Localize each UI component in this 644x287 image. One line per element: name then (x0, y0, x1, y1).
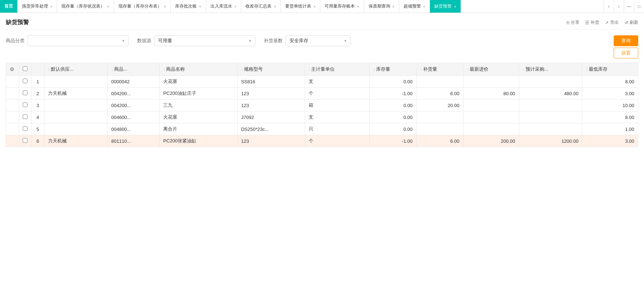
category-select[interactable]: ▾ (27, 35, 129, 46)
th-estimated-purchase[interactable]: 预计采购... (519, 63, 582, 76)
tab-recv-summary[interactable]: 收发存汇总表 × (241, 0, 280, 13)
replenish-base-select[interactable]: 安全库存 ▾ (286, 35, 351, 46)
tab-overstock[interactable]: 超储预警 × (399, 0, 430, 13)
tab-available-ledger-close[interactable]: × (357, 4, 359, 9)
tab-inventory-dist[interactable]: 现存量（库存分布表） × (114, 0, 171, 13)
share-button[interactable]: ⎘ 分享 (567, 19, 579, 26)
th-unit[interactable]: 主计量单位 (305, 63, 369, 76)
tab-recv-summary-close[interactable]: × (274, 4, 276, 9)
tab-expiry-query-close[interactable]: × (392, 4, 395, 9)
row-estimated-purchase (519, 111, 582, 123)
data-table: ⚙ 默认供应... 商品... 商品名称 规格型号 主计量单位 库存量 补货量 … (6, 63, 638, 147)
th-min-stock[interactable]: 最低库存 (582, 63, 638, 76)
replenish-base-value: 安全库存 (290, 37, 308, 44)
tab-expiry-query[interactable]: 保质期查询 × (364, 0, 399, 13)
tab-inout-flow-label: 出入库流水 (210, 3, 232, 9)
row-estimated-purchase (519, 100, 582, 111)
row-latest-price (463, 111, 519, 123)
tab-order-stats-close[interactable]: × (313, 4, 316, 9)
row-checkbox[interactable] (23, 126, 27, 131)
nav-next-button[interactable]: › (614, 0, 624, 13)
replenish-icon: ☰ (585, 20, 589, 25)
table-row: 1 0000042 火花塞 SS816 支 0.00 8.00 (6, 76, 638, 88)
page-title: 缺货预警 (6, 19, 567, 26)
replenish-label: 补货 (591, 19, 599, 26)
tab-batch-account-close[interactable]: × (199, 4, 201, 9)
th-product-name[interactable]: 商品名称 (160, 63, 238, 76)
settings-button[interactable]: 设置 (614, 48, 638, 58)
tab-inventory-status[interactable]: 现存量（库存状况表） × (57, 0, 114, 13)
tab-batch-account[interactable]: 库存批次账 × (171, 0, 206, 13)
main-content: 缺货预警 ⎘ 分享 ☰ 补货 ↗ 导出 ↺ 刷新 商品分类 (0, 13, 644, 287)
row-stock: 0.00 (370, 76, 417, 88)
export-button[interactable]: ↗ 导出 (605, 19, 619, 26)
share-label: 分享 (571, 19, 579, 26)
tab-available-ledger[interactable]: 可用量库存账本 × (320, 0, 364, 13)
tab-order-stats[interactable]: 要货单统计表 × (281, 0, 320, 13)
row-product-name: 火花塞 (160, 111, 238, 123)
tab-shortage[interactable]: 缺货预警 × (430, 0, 461, 13)
tab-inout-flow[interactable]: 出入库流水 × (206, 0, 241, 13)
replenish-button[interactable]: ☰ 补货 (585, 19, 599, 26)
row-product-name: PC200张紧油缸 (160, 135, 238, 147)
table-header-row: ⚙ 默认供应... 商品... 商品名称 规格型号 主计量单位 库存量 补货量 … (6, 63, 638, 76)
tab-home-label: 首页 (4, 3, 13, 9)
row-checkbox[interactable] (23, 102, 27, 107)
datasource-select[interactable]: 可用量 ▾ (154, 35, 255, 46)
row-min-stock: 1.00 (582, 123, 638, 135)
table-row: 2 力天机械 004200... PC200油缸庄子 123 个 -1.00 6… (6, 88, 638, 100)
refresh-button[interactable]: ↺ 刷新 (625, 19, 638, 26)
filter-actions: 查询 设置 (614, 35, 638, 58)
tab-inventory-dist-close[interactable]: × (164, 4, 166, 9)
row-estimated-purchase: 1200.00 (519, 135, 582, 147)
tab-overstock-close[interactable]: × (423, 4, 425, 9)
replenish-base-label: 补货基数 (264, 37, 283, 44)
select-all-checkbox[interactable] (23, 66, 27, 71)
row-checkbox[interactable] (23, 138, 27, 143)
tab-home[interactable]: 首页 (0, 0, 18, 13)
row-supplier (44, 100, 108, 111)
nav-maximize-button[interactable]: □ (634, 0, 644, 13)
row-product-name: PC200油缸庄子 (160, 88, 238, 100)
row-replenish (416, 123, 463, 135)
table-gear-icon[interactable]: ⚙ (10, 66, 14, 72)
row-stock: 0.00 (370, 123, 417, 135)
row-unit: 只 (305, 123, 369, 135)
row-checkbox[interactable] (23, 79, 27, 83)
row-product-code: 004200... (108, 100, 160, 111)
row-checkbox[interactable] (23, 90, 27, 95)
nav-prev-button[interactable]: ‹ (604, 0, 614, 13)
th-product-code[interactable]: 商品... (108, 63, 160, 76)
row-checkbox[interactable] (23, 114, 27, 119)
row-product-name: 火花塞 (160, 76, 238, 88)
row-replenish (416, 76, 463, 88)
top-navigation: 首页 拣货异常处理 × 现存量（库存状况表） × 现存量（库存分布表） × 库存… (0, 0, 644, 13)
row-stock: -1.00 (370, 135, 417, 147)
row-product-code: 004800... (108, 123, 160, 135)
th-spec[interactable]: 规格型号 (237, 63, 305, 76)
refresh-icon: ↺ (625, 20, 628, 25)
row-stock: 0.00 (370, 100, 417, 111)
row-estimated-purchase (519, 123, 582, 135)
th-supplier[interactable]: 默认供应... (44, 63, 108, 76)
row-spec: 123 (237, 100, 305, 111)
row-min-stock: 8.00 (582, 76, 638, 88)
tab-abnormal[interactable]: 拣货异常处理 × (18, 0, 57, 13)
row-settings-cell (6, 100, 19, 111)
th-replenish[interactable]: 补货量 (416, 63, 463, 76)
th-latest-price[interactable]: 最新进价 (463, 63, 519, 76)
query-button[interactable]: 查询 (614, 35, 638, 46)
datasource-filter: 数据源 可用量 ▾ (137, 35, 255, 46)
row-latest-price: 80.00 (463, 88, 519, 100)
tab-inventory-status-close[interactable]: × (107, 4, 109, 9)
tab-inventory-dist-label: 现存量（库存分布表） (118, 3, 162, 9)
tab-expiry-query-label: 保质期查询 (369, 3, 390, 9)
tab-abnormal-close[interactable]: × (50, 4, 52, 9)
nav-minimize-button[interactable]: — (624, 0, 634, 13)
category-label: 商品分类 (6, 37, 25, 44)
tab-inout-flow-close[interactable]: × (234, 4, 236, 9)
tab-batch-account-label: 库存批次账 (175, 3, 197, 9)
th-stock[interactable]: 库存量 (370, 63, 417, 76)
row-replenish: 20.00 (416, 100, 463, 111)
tab-shortage-close[interactable]: × (454, 4, 456, 9)
